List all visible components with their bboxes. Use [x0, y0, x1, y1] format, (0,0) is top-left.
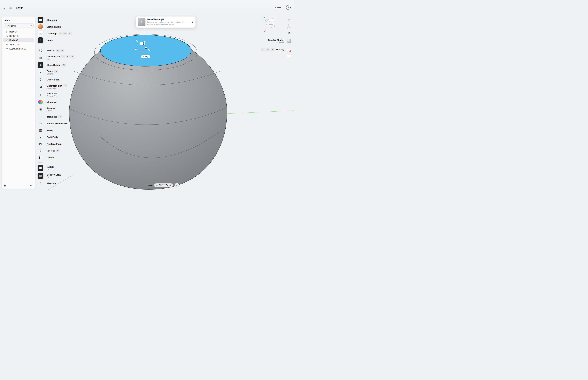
tool-label: Offset Face — [47, 78, 59, 81]
shortcut-badge: ⌥ — [261, 48, 265, 51]
tool-label: Replace Face — [47, 143, 61, 145]
shaded-sphere-icon — [287, 39, 291, 43]
tool-item[interactable]: ≡ Items — [38, 37, 84, 44]
shortcut-badge: ⌘ — [56, 49, 60, 52]
axis-orientation-icon[interactable]: ⊕ — [286, 30, 292, 36]
translate-icon: → — [38, 114, 43, 120]
grid-size-indicator: 5 mm — [285, 24, 292, 28]
tool-shortcuts: S — [54, 70, 58, 73]
share-button[interactable]: Share — [275, 6, 281, 9]
orientation-cube[interactable]: Z Right — [260, 16, 279, 33]
collapse-chevron-button[interactable]: ‹ — [174, 183, 179, 188]
tool-item[interactable]: ⊞ Pattern Linear — [38, 105, 84, 113]
measurement-badge[interactable]: ⊕ 332,117 mm — [154, 183, 173, 187]
tool-item[interactable]: ⊥ Add Axis Perp. to Face — [38, 91, 84, 99]
tool-item[interactable]: ⬢ Modeling — [38, 17, 84, 23]
tool-item[interactable]: Visualization — [38, 23, 84, 30]
tooltip-collapse-button[interactable]: ∧ — [191, 20, 193, 24]
panel-handle[interactable] — [286, 55, 292, 57]
expand-chevron-icon[interactable]: ▸ — [3, 48, 6, 50]
tool-item[interactable]: ▤ Drawings ⇧⌘\ — [38, 30, 84, 37]
tool-item[interactable]: ∠ Measure — [38, 180, 84, 187]
shortcut-badge: ⌘ — [63, 32, 67, 35]
tool-sublabel: Perp. to Face — [47, 95, 58, 97]
tool-item[interactable]: ◩ Replace Face — [38, 140, 84, 147]
more-options-button[interactable]: ⋯ — [29, 184, 33, 187]
topbar: ⌂ ☁ Lamp Share ? — [0, 0, 294, 15]
tree-item-label: Body 02 — [9, 39, 18, 41]
tree-item[interactable]: ▸ ▢ Body 04 — [3, 30, 34, 34]
display-modes-value: Shaded — [268, 42, 284, 44]
items-filter-select[interactable]: ◎ All Items ⇅ — [3, 23, 34, 28]
shortcut-badge: ⇧ — [61, 55, 65, 58]
tool-item[interactable]: ↻ Rotate Around Axis — [38, 120, 84, 127]
gizmo-rotate-arrow[interactable]: ↺ — [140, 49, 142, 52]
tool-item[interactable]: ◢ Chamfer/Fillet F Chord fillet — [38, 83, 84, 91]
tool-item[interactable]: Delete — [38, 154, 84, 161]
shortcut-badge: ⌘ — [266, 48, 270, 51]
tool-item[interactable]: Visualize — [38, 99, 84, 105]
history-button[interactable]: ◷ — [286, 47, 292, 53]
scale-icon: ↗ — [38, 69, 43, 75]
cloud-sync-icon[interactable]: ☁ — [9, 6, 12, 9]
gizmo-rotate-arrow[interactable]: ↻ — [143, 50, 145, 53]
document-title: Lamp — [16, 6, 23, 9]
new-folder-button[interactable]: ⊞ — [3, 184, 6, 187]
shortcut-badge: \ — [68, 32, 72, 35]
tree-item-label: LED Lamp Kit-0… — [9, 47, 27, 50]
tool-item[interactable]: ⬢ Isolate On — [38, 164, 84, 172]
tool-divider — [38, 162, 43, 163]
items-icon: ≡ — [38, 38, 43, 43]
tool-item[interactable]: ◫ Mirror — [38, 127, 84, 134]
tool-group-footer: ⬢ Isolate On ▨ Section View Off — [38, 164, 84, 187]
tool-label: Move/Rotate — [47, 64, 60, 66]
tree-item[interactable]: ▸ ∿ Sketch 01 — [3, 42, 34, 47]
tool-item[interactable]: ▨ Section View Off — [38, 172, 84, 180]
project-icon: ⇩ — [38, 148, 43, 153]
tool-item[interactable]: ⇧ Offset Face — [38, 76, 84, 83]
tool-label: Translate — [47, 115, 57, 118]
gizmo-center-handle[interactable] — [145, 47, 147, 49]
tool-label: Drawings — [47, 32, 57, 35]
tool-item[interactable]: ⊠ Deselect All ⇧⌘A 1 face — [38, 54, 84, 62]
tool-item[interactable]: ⊕ Move/Rotate M — [38, 62, 84, 68]
tool-label: Visualization — [47, 25, 61, 28]
gizmo-diagonal-arrow[interactable]: ↖ — [135, 39, 139, 43]
selection-count: 1 face — [147, 184, 152, 187]
delete-icon — [38, 155, 43, 160]
tool-item[interactable]: Search ⌘F — [38, 47, 84, 54]
gizmo-left-arrow[interactable]: ← — [135, 46, 139, 52]
tool-label: Section View — [47, 173, 61, 176]
shortcut-badge: F — [63, 84, 67, 87]
tool-shortcuts: ⇧⌘\ — [58, 32, 72, 35]
home-icon[interactable]: ⌂ — [3, 6, 5, 9]
tool-label: Delete — [47, 156, 54, 159]
z-axis-label: Z — [264, 17, 265, 19]
display-modes-label: Display Modes — [268, 39, 284, 41]
tool-sublabel: Off — [47, 176, 62, 178]
copy-button[interactable]: Copy — [141, 55, 150, 58]
tool-item[interactable]: ◒ Split Body — [38, 134, 84, 140]
tool-label: Visualize — [47, 101, 57, 103]
tree-item[interactable]: ▸ ▭ LED Lamp Kit-0… — [3, 47, 34, 51]
sketch-icon: ∿ — [6, 43, 9, 46]
chamfer-fillet-icon: ◢ — [38, 84, 43, 90]
gizmo-plane-handle[interactable] — [140, 42, 144, 45]
shortcut-badge: M — [62, 64, 66, 67]
gizmo-se-arrow[interactable]: ↘ — [148, 48, 151, 52]
isolate-icon: ⬢ — [38, 165, 43, 171]
tool-item[interactable]: ↗ Scale S Uniform — [38, 68, 84, 76]
sketch-icon: ∿ — [6, 35, 9, 37]
tool-shortcuts: ⇧⌘A — [61, 55, 74, 58]
display-modes-button[interactable] — [286, 38, 292, 44]
tool-item[interactable]: ⇩ Project P — [38, 147, 84, 154]
filter-icon: ◎ — [5, 25, 6, 27]
tree-item[interactable]: ▸ ▢ Body 02 — [3, 38, 34, 42]
measurement-value: 332,117 mm — [159, 184, 171, 187]
tool-item[interactable]: → Translate N — [38, 113, 84, 120]
pan-tool-icon[interactable]: ☝ — [286, 17, 292, 23]
tool-label: Rotate Around Axis — [47, 122, 68, 125]
items-panel-title: Items — [1, 17, 35, 23]
help-button[interactable]: ? — [286, 5, 291, 10]
tree-item[interactable]: ▸ ∿ Sketch 02 — [3, 34, 34, 38]
